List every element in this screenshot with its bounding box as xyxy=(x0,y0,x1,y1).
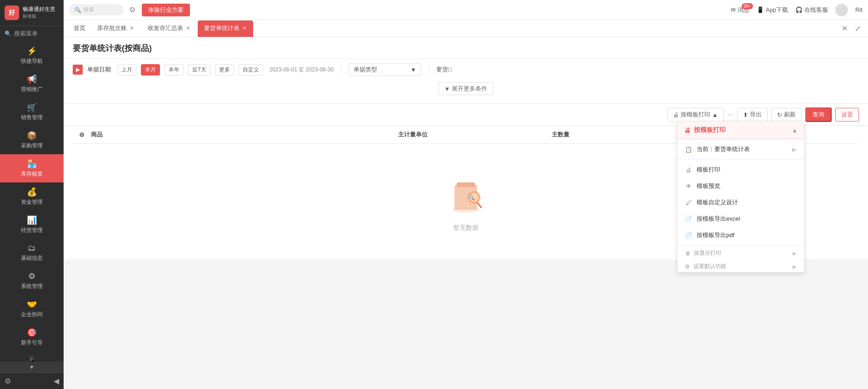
svg-line-5 xyxy=(478,203,481,207)
empty-text: 暂无数据 xyxy=(453,224,479,232)
date-btn-custom[interactable]: 自定义 xyxy=(239,64,263,76)
export-pdf-label: 按模板导出pdf xyxy=(697,231,734,239)
sidebar-item-sales[interactable]: 🛒 销售管理 xyxy=(0,98,64,126)
sidebar-item-newbie[interactable]: 🎯 新手引导 xyxy=(0,323,64,351)
filter-divider xyxy=(341,65,341,74)
template-preview-label: 模板预览 xyxy=(697,182,720,190)
template-print-label: 模板打印 xyxy=(697,166,720,174)
print-dropdown-arrow: ▲ xyxy=(712,111,718,118)
industry-solution-btn[interactable]: 体验行业方案 xyxy=(142,4,190,16)
expand-more-btn[interactable]: ▼ 展开更多条件 xyxy=(439,82,494,95)
dropdown-item-template-preview[interactable]: 👁 模板预览 xyxy=(678,178,804,194)
order-type-select[interactable]: 单据类型 ▼ xyxy=(349,63,421,76)
export-btn[interactable]: ⬆ 导出 xyxy=(737,108,768,121)
di-left: 🖊 模板自定义设计 xyxy=(685,198,738,207)
header-left: 🔍 搜索 ⚙ 体验行业方案 xyxy=(69,4,190,16)
app-download-item[interactable]: 📱 App下载 xyxy=(757,6,788,14)
messages-item[interactable]: ✉ 消息 99+ xyxy=(731,6,749,14)
col-settings[interactable]: ⚙ xyxy=(73,131,91,138)
export-label: 导出 xyxy=(750,111,762,119)
search-menu-label: 搜索菜单 xyxy=(14,30,38,38)
di-left: 📄 按模板导出pdf xyxy=(685,231,734,239)
dropdown-header[interactable]: 🖨 按模板打印 ▲ xyxy=(678,121,804,139)
sidebar-item-label: 新手引导 xyxy=(21,339,43,347)
dropdown-current-item[interactable]: 📋 当前：要货单统计表 ▶ xyxy=(678,141,804,157)
tab-requisition-stats[interactable]: 要货单统计表 ✕ xyxy=(198,20,253,37)
window-close-icon[interactable]: ✕ xyxy=(840,23,849,34)
sidebar-item-purchase[interactable]: 📦 采购管理 xyxy=(0,126,64,154)
sidebar-item-finance[interactable]: 💰 资金管理 xyxy=(0,182,64,211)
print-label: 按模板打印 xyxy=(681,111,710,119)
date-btn-7days[interactable]: 近7天 xyxy=(188,64,210,76)
basic-icon: 🗂 xyxy=(28,243,36,253)
settings-icon[interactable]: ⚙ xyxy=(5,377,11,385)
dropdown-item-left: 📋 当前：要货单统计表 xyxy=(685,145,750,153)
sidebar-item-inventory[interactable]: 🏪 库存核算 xyxy=(0,154,64,182)
tab-close-icon[interactable]: ✕ xyxy=(186,25,190,31)
user-avatar[interactable] xyxy=(835,4,848,16)
settings-btn[interactable]: 设置 xyxy=(835,108,859,121)
print-template-btn[interactable]: 🖨 按模板打印 ▲ xyxy=(667,108,724,121)
refresh-label: 刷新 xyxy=(784,111,796,119)
online-service-item[interactable]: 🎧 在线客服 xyxy=(795,6,828,14)
user-name: Rit xyxy=(855,6,863,13)
tab-label: 要货单统计表 xyxy=(204,24,239,32)
tab-batch-account[interactable]: 库存批次账 ✕ xyxy=(91,20,140,37)
date-btn-this-month[interactable]: 本月 xyxy=(141,64,160,76)
tab-bar: 首页 库存批次账 ✕ 收发存汇总表 ✕ 要货单统计表 ✕ ✕ ⤢ xyxy=(64,20,868,37)
system-icon: ⚙ xyxy=(28,271,35,281)
sidebar-scroll-down[interactable]: ▼ xyxy=(0,362,64,373)
sidebar-item-label: 基础信息 xyxy=(21,254,43,262)
window-maximize-icon[interactable]: ⤢ xyxy=(853,23,863,34)
date-btn-last-month[interactable]: 上月 xyxy=(117,64,136,76)
di-left: 🖨 模板打印 xyxy=(685,166,720,174)
collapse-icon[interactable]: ◀ xyxy=(54,377,59,385)
sidebar-item-basic[interactable]: 🗂 基础信息 xyxy=(0,239,64,267)
dropdown-header-left: 🖨 按模板打印 xyxy=(684,126,726,134)
print-header-icon: 🖨 xyxy=(684,126,690,134)
set-default-section[interactable]: ⚙ 设置默认功能 ▶ xyxy=(678,259,804,272)
dropdown-item-custom-design[interactable]: 🖊 模板自定义设计 xyxy=(678,194,804,211)
query-btn[interactable]: 查询 xyxy=(805,107,832,122)
sidebar-item-label: 库存核算 xyxy=(21,170,43,178)
tab-receipt-summary[interactable]: 收发存汇总表 ✕ xyxy=(141,20,197,37)
sidebar-item-quick-nav[interactable]: ⚡ 快捷导航 xyxy=(0,41,64,70)
export-excel-label: 按模板导出excel xyxy=(697,215,740,223)
dropdown-collapse-icon: ▲ xyxy=(792,127,798,134)
global-search[interactable]: 🔍 搜索 xyxy=(69,4,124,15)
sidebar-item-operations[interactable]: 📊 经营管理 xyxy=(0,211,64,239)
search-placeholder: 搜索 xyxy=(83,6,94,14)
current-template-label: 当前：要货单统计表 xyxy=(697,145,750,153)
tab-close-icon[interactable]: ✕ xyxy=(130,25,134,31)
display-print-section[interactable]: 🖥 按显示打印 ▶ xyxy=(678,246,804,259)
filter-expand-btn[interactable]: ▶ xyxy=(73,65,83,75)
search-icon: 🔍 xyxy=(5,30,11,37)
sidebar-item-system[interactable]: ⚙ 系统管理 xyxy=(0,267,64,295)
sidebar-bottom: ⚙ ◀ xyxy=(0,373,64,389)
display-print-chevron: ▶ xyxy=(793,250,797,257)
dropdown-item-export-excel[interactable]: 📄 按模板导出excel xyxy=(678,211,804,227)
header-settings-icon[interactable]: ⚙ xyxy=(129,5,135,14)
sidebar-item-label: 经营管理 xyxy=(21,227,43,234)
di-left: 📄 按模板导出excel xyxy=(685,215,740,223)
dropdown-item-template-print[interactable]: 🖨 模板打印 xyxy=(678,162,804,178)
col-product-header: 商品 xyxy=(91,131,398,139)
messages-icon: ✉ xyxy=(731,6,736,13)
sidebar-item-enterprise[interactable]: 🤝 企业协同 xyxy=(0,295,64,323)
sidebar-item-marketing[interactable]: 📢 营销推广 xyxy=(0,70,64,98)
template-print-icon: 🖨 xyxy=(685,166,692,173)
sidebar-item-label: 资金管理 xyxy=(21,198,43,206)
action-bar: 🖨 按模板打印 ▲ ··· ⬆ 导出 ↻ 刷新 查询 设置 🖨 按模板打印 xyxy=(64,104,868,126)
date-btn-more[interactable]: 更多 xyxy=(215,64,234,76)
expand-more-label: 展开更多条件 xyxy=(452,85,487,93)
sidebar-item-apps[interactable]: 📱 应用中心 xyxy=(0,351,64,362)
refresh-btn[interactable]: ↻ 刷新 xyxy=(771,108,802,121)
print-more-icon[interactable]: ··· xyxy=(728,111,733,119)
dropdown-item-export-pdf[interactable]: 📄 按模板导出pdf xyxy=(678,227,804,243)
sidebar-search-item[interactable]: 🔍 搜索菜单 xyxy=(0,26,64,41)
date-btn-this-year[interactable]: 本年 xyxy=(165,64,184,76)
main-area: 🔍 搜索 ⚙ 体验行业方案 ✉ 消息 99+ 📱 App下载 🎧 在线客服 Ri… xyxy=(64,0,868,389)
tab-home[interactable]: 首页 xyxy=(69,20,90,37)
tab-close-active-icon[interactable]: ✕ xyxy=(242,25,247,31)
quick-nav-icon: ⚡ xyxy=(27,46,37,56)
